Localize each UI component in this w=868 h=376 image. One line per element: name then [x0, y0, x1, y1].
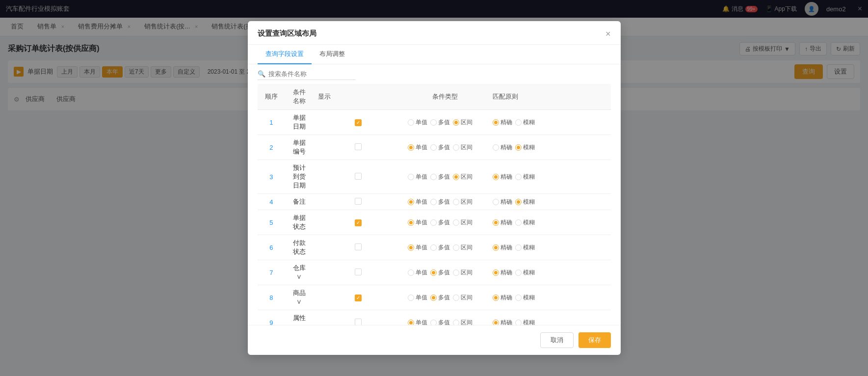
- dialog-close-button[interactable]: ×: [605, 29, 611, 38]
- radio-btn[interactable]: [408, 199, 414, 205]
- checkbox[interactable]: [355, 173, 362, 180]
- radio-type-单值[interactable]: 单值: [408, 319, 427, 325]
- radio-match-模糊[interactable]: 模糊: [515, 319, 535, 325]
- search-input[interactable]: [268, 70, 342, 78]
- row-show-checkbox[interactable]: [313, 160, 402, 194]
- checkbox[interactable]: [355, 243, 362, 250]
- row-show-checkbox[interactable]: [313, 110, 402, 135]
- radio-btn[interactable]: [493, 119, 499, 126]
- radio-btn[interactable]: [515, 199, 522, 205]
- radio-match-精确[interactable]: 精确: [493, 198, 512, 206]
- radio-btn[interactable]: [493, 295, 499, 301]
- radio-match-精确[interactable]: 精确: [493, 294, 512, 302]
- radio-btn[interactable]: [493, 269, 499, 276]
- radio-type-区间[interactable]: 区间: [453, 269, 473, 277]
- radio-type-区间[interactable]: 区间: [453, 319, 473, 325]
- radio-btn[interactable]: [493, 320, 499, 325]
- radio-btn[interactable]: [430, 144, 437, 151]
- row-show-checkbox[interactable]: [313, 135, 402, 160]
- radio-btn[interactable]: [430, 295, 437, 301]
- radio-btn[interactable]: [453, 269, 459, 276]
- row-show-checkbox[interactable]: [313, 235, 402, 260]
- radio-match-精确[interactable]: 精确: [493, 243, 512, 252]
- checkbox[interactable]: [355, 219, 362, 226]
- radio-btn[interactable]: [430, 219, 437, 226]
- radio-btn[interactable]: [453, 219, 459, 226]
- radio-type-多值[interactable]: 多值: [430, 243, 450, 252]
- radio-btn[interactable]: [515, 219, 522, 226]
- radio-match-精确[interactable]: 精确: [493, 218, 512, 227]
- radio-type-单值[interactable]: 单值: [408, 173, 427, 181]
- save-button[interactable]: 保存: [579, 332, 611, 348]
- radio-btn[interactable]: [408, 269, 414, 276]
- radio-btn[interactable]: [408, 219, 414, 226]
- radio-type-单值[interactable]: 单值: [408, 269, 427, 277]
- radio-btn[interactable]: [430, 119, 437, 126]
- radio-btn[interactable]: [408, 144, 414, 151]
- radio-match-精确[interactable]: 精确: [493, 143, 512, 152]
- radio-type-单值[interactable]: 单值: [408, 198, 427, 206]
- checkbox[interactable]: [355, 269, 362, 275]
- radio-type-多值[interactable]: 多值: [430, 143, 450, 152]
- radio-match-模糊[interactable]: 模糊: [515, 269, 535, 277]
- cancel-button[interactable]: 取消: [540, 332, 574, 348]
- radio-type-单值[interactable]: 单值: [408, 218, 427, 227]
- radio-match-精确[interactable]: 精确: [493, 269, 512, 277]
- radio-btn[interactable]: [493, 199, 499, 205]
- radio-type-多值[interactable]: 多值: [430, 218, 450, 227]
- radio-btn[interactable]: [515, 174, 522, 180]
- radio-type-区间[interactable]: 区间: [453, 243, 473, 252]
- checkbox[interactable]: [355, 143, 362, 150]
- radio-type-区间[interactable]: 区间: [453, 218, 473, 227]
- radio-type-区间[interactable]: 区间: [453, 198, 473, 206]
- radio-type-区间[interactable]: 区间: [453, 143, 473, 152]
- radio-btn[interactable]: [453, 199, 459, 205]
- radio-type-区间[interactable]: 区间: [453, 173, 473, 181]
- radio-btn[interactable]: [430, 174, 437, 180]
- radio-type-单值[interactable]: 单值: [408, 118, 427, 127]
- radio-type-多值[interactable]: 多值: [430, 173, 450, 181]
- radio-match-精确[interactable]: 精确: [493, 173, 512, 181]
- radio-type-单值[interactable]: 单值: [408, 243, 427, 252]
- radio-type-多值[interactable]: 多值: [430, 294, 450, 302]
- radio-match-模糊[interactable]: 模糊: [515, 198, 535, 206]
- radio-btn[interactable]: [515, 269, 522, 276]
- radio-btn[interactable]: [430, 320, 437, 325]
- radio-btn[interactable]: [408, 244, 414, 251]
- radio-btn[interactable]: [430, 269, 437, 276]
- checkbox[interactable]: [355, 119, 362, 126]
- radio-match-模糊[interactable]: 模糊: [515, 243, 535, 252]
- radio-btn[interactable]: [453, 320, 459, 325]
- radio-btn[interactable]: [408, 320, 414, 325]
- radio-btn[interactable]: [453, 119, 459, 126]
- radio-match-模糊[interactable]: 模糊: [515, 143, 535, 152]
- row-show-checkbox[interactable]: [313, 210, 402, 235]
- radio-type-多值[interactable]: 多值: [430, 319, 450, 325]
- tab-layout-adjust[interactable]: 布局调整: [312, 45, 353, 64]
- radio-btn[interactable]: [453, 144, 459, 151]
- radio-btn[interactable]: [453, 244, 459, 251]
- radio-type-区间[interactable]: 区间: [453, 294, 473, 302]
- radio-btn[interactable]: [408, 295, 414, 301]
- radio-btn[interactable]: [515, 295, 522, 301]
- row-show-checkbox[interactable]: [313, 285, 402, 310]
- radio-btn[interactable]: [493, 244, 499, 251]
- radio-btn[interactable]: [515, 320, 522, 325]
- radio-btn[interactable]: [493, 219, 499, 226]
- row-show-checkbox[interactable]: [313, 260, 402, 285]
- radio-type-区间[interactable]: 区间: [453, 118, 473, 127]
- checkbox[interactable]: [355, 295, 362, 301]
- radio-btn[interactable]: [493, 174, 499, 180]
- radio-type-单值[interactable]: 单值: [408, 294, 427, 302]
- radio-match-精确[interactable]: 精确: [493, 118, 512, 127]
- radio-btn[interactable]: [453, 174, 459, 180]
- row-show-checkbox[interactable]: [313, 194, 402, 210]
- radio-type-单值[interactable]: 单值: [408, 143, 427, 152]
- radio-btn[interactable]: [453, 295, 459, 301]
- radio-match-模糊[interactable]: 模糊: [515, 218, 535, 227]
- radio-match-模糊[interactable]: 模糊: [515, 173, 535, 181]
- checkbox[interactable]: [355, 319, 362, 325]
- radio-match-精确[interactable]: 精确: [493, 319, 512, 325]
- radio-btn[interactable]: [430, 199, 437, 205]
- radio-btn[interactable]: [515, 144, 522, 151]
